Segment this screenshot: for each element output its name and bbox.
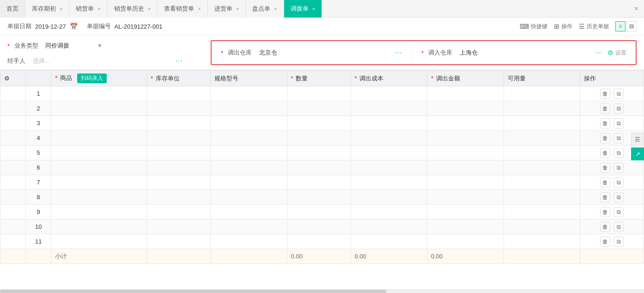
copy-btn-8[interactable]: ⧉ [614, 192, 624, 202]
row-unit-6[interactable] [147, 160, 211, 175]
row-product-6[interactable] [51, 160, 147, 175]
row-amount-6[interactable] [427, 160, 504, 175]
row-qty-9[interactable] [287, 205, 351, 220]
row-cost-1[interactable] [351, 86, 427, 101]
copy-btn-10[interactable]: ⧉ [614, 222, 624, 232]
copy-btn-6[interactable]: ⧉ [614, 163, 624, 173]
row-amount-3[interactable] [427, 116, 504, 131]
tab-inventory[interactable]: 盘点单 × [246, 0, 284, 18]
row-spec-8[interactable] [211, 190, 287, 205]
warehouse-out-more-btn[interactable]: ··· [395, 49, 402, 57]
layout-btn-1[interactable]: ≡ [615, 21, 626, 31]
row-cost-7[interactable] [351, 175, 427, 190]
row-spec-5[interactable] [211, 146, 287, 160]
row-qty-7[interactable] [287, 175, 351, 190]
delete-btn-10[interactable]: 🗑 [600, 222, 610, 232]
row-spec-1[interactable] [211, 86, 287, 101]
delete-btn-4[interactable]: 🗑 [600, 133, 610, 143]
row-unit-8[interactable] [147, 190, 211, 205]
history-button[interactable]: ☰ 历史单据 [579, 23, 609, 31]
scan-button[interactable]: 扫码录入 [77, 73, 107, 83]
row-cost-6[interactable] [351, 160, 427, 175]
row-amount-11[interactable] [427, 234, 504, 249]
row-cost-9[interactable] [351, 205, 427, 220]
row-product-2[interactable] [51, 101, 147, 116]
tab-sales-history[interactable]: 销货单历史 × [108, 0, 158, 18]
window-close-button[interactable]: × [629, 0, 644, 18]
row-qty-3[interactable] [287, 116, 351, 131]
row-cost-4[interactable] [351, 131, 427, 146]
row-spec-10[interactable] [211, 220, 287, 234]
row-unit-5[interactable] [147, 146, 211, 160]
delete-btn-7[interactable]: 🗑 [600, 177, 610, 188]
biz-type-dropdown[interactable]: 同价调拨 ▼ [42, 40, 106, 51]
side-external-btn[interactable]: ↗ [631, 147, 644, 160]
row-spec-4[interactable] [211, 131, 287, 146]
row-amount-10[interactable] [427, 220, 504, 234]
copy-btn-1[interactable]: ⧉ [614, 89, 624, 99]
shortcuts-button[interactable]: ⌨ 快捷键 [520, 23, 547, 31]
scrollbar-track[interactable] [0, 289, 644, 293]
row-spec-2[interactable] [211, 101, 287, 116]
handler-placeholder[interactable]: 选择... [33, 57, 50, 65]
row-unit-11[interactable] [147, 234, 211, 249]
row-spec-7[interactable] [211, 175, 287, 190]
row-amount-7[interactable] [427, 175, 504, 190]
handler-more-btn[interactable]: ··· [176, 57, 183, 65]
row-product-3[interactable] [51, 116, 147, 131]
row-unit-3[interactable] [147, 116, 211, 131]
tab-purchase-order[interactable]: 进货单 × [208, 0, 246, 18]
copy-btn-3[interactable]: ⧉ [614, 118, 624, 128]
row-amount-9[interactable] [427, 205, 504, 220]
row-unit-4[interactable] [147, 131, 211, 146]
row-product-10[interactable] [51, 220, 147, 234]
row-product-7[interactable] [51, 175, 147, 190]
tab-view-sales-close[interactable]: × [198, 6, 200, 12]
calendar-icon[interactable]: 📅 [70, 23, 78, 30]
operations-button[interactable]: ⊞ 操作 [554, 23, 572, 31]
row-amount-4[interactable] [427, 131, 504, 146]
delete-btn-1[interactable]: 🗑 [600, 89, 610, 99]
delete-btn-2[interactable]: 🗑 [600, 104, 610, 114]
layout-btn-2[interactable]: ⊟ [626, 21, 637, 31]
tab-home[interactable]: 首页 [0, 0, 25, 18]
row-spec-6[interactable] [211, 160, 287, 175]
copy-btn-2[interactable]: ⧉ [614, 104, 624, 114]
tab-stock-init-close[interactable]: × [60, 6, 62, 12]
row-cost-11[interactable] [351, 234, 427, 249]
row-qty-8[interactable] [287, 190, 351, 205]
side-list-btn[interactable]: ☰ [631, 133, 644, 146]
row-product-5[interactable] [51, 146, 147, 160]
row-qty-2[interactable] [287, 101, 351, 116]
row-amount-1[interactable] [427, 86, 504, 101]
row-amount-8[interactable] [427, 190, 504, 205]
row-qty-11[interactable] [287, 234, 351, 249]
tab-stock-init[interactable]: 库存期初 × [25, 0, 69, 18]
tab-sales-order[interactable]: 销货单 × [69, 0, 107, 18]
copy-btn-9[interactable]: ⧉ [614, 207, 624, 217]
tab-transfer[interactable]: 调拨单 × [284, 0, 322, 18]
tab-transfer-close[interactable]: × [312, 6, 315, 12]
row-cost-8[interactable] [351, 190, 427, 205]
tab-sales-history-close[interactable]: × [148, 6, 151, 12]
row-product-8[interactable] [51, 190, 147, 205]
row-product-4[interactable] [51, 131, 147, 146]
settings-button[interactable]: ⚙ 设置 [608, 49, 626, 57]
row-cost-5[interactable] [351, 146, 427, 160]
row-unit-2[interactable] [147, 101, 211, 116]
delete-btn-11[interactable]: 🗑 [600, 237, 610, 247]
row-qty-1[interactable] [287, 86, 351, 101]
row-qty-10[interactable] [287, 220, 351, 234]
copy-btn-7[interactable]: ⧉ [614, 177, 624, 188]
tab-view-sales[interactable]: 查看销货单 × [158, 0, 207, 18]
tab-purchase-order-close[interactable]: × [236, 6, 239, 12]
row-cost-2[interactable] [351, 101, 427, 116]
row-unit-9[interactable] [147, 205, 211, 220]
row-unit-7[interactable] [147, 175, 211, 190]
row-qty-5[interactable] [287, 146, 351, 160]
row-amount-2[interactable] [427, 101, 504, 116]
copy-btn-4[interactable]: ⧉ [614, 133, 624, 143]
col-header-gear[interactable]: ⚙ [0, 71, 26, 86]
row-qty-4[interactable] [287, 131, 351, 146]
tab-sales-order-close[interactable]: × [97, 6, 100, 12]
